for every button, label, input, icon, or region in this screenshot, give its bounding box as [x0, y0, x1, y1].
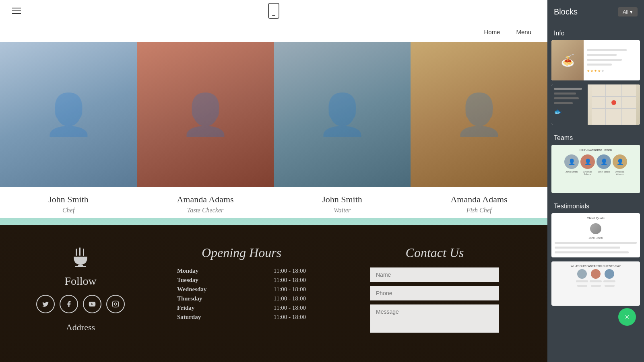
- sidebar-section-testimonials: Testimonials: [547, 197, 644, 213]
- nav-bar: Home Menu: [0, 22, 547, 42]
- svg-rect-0: [76, 249, 77, 256]
- map-text-1: [554, 88, 582, 90]
- team-card-0[interactable]: 👤 John Smith Chef: [0, 42, 137, 218]
- footer-content: Follow Address: [0, 225, 547, 362]
- follow-column: Follow Address: [16, 237, 145, 350]
- map-svg: [588, 84, 640, 125]
- team-preview-avatar-0: 👤: [564, 154, 579, 169]
- hours-row-4: Friday 11:00 - 18:00: [177, 304, 306, 311]
- hours-day-1: Tuesday: [177, 277, 198, 284]
- info-line-3: [587, 59, 622, 61]
- card-role-3: Fish Chef: [415, 207, 543, 214]
- hours-day-3: Thursday: [177, 295, 202, 302]
- team-label-1: Amanda Adams: [580, 171, 595, 175]
- card-role-1: Taste Checker: [141, 207, 270, 214]
- test-line-1: [590, 280, 602, 282]
- info-line-4: [587, 64, 612, 66]
- svg-rect-3: [78, 265, 83, 266]
- message-input[interactable]: [370, 304, 499, 333]
- map-text-3: [554, 97, 579, 99]
- close-button[interactable]: ×: [618, 308, 636, 326]
- hours-day-5: Saturday: [177, 314, 201, 321]
- sidebar-block-testimonials-2[interactable]: WHAT OUR FANTASTIC CLIENTS SAY: [551, 261, 640, 306]
- card-info-0: John Smith Chef: [0, 187, 137, 218]
- top-bar: [0, 0, 547, 22]
- info-stars: ★ ★ ★ ★ ★: [587, 69, 637, 73]
- card-info-1: Amanda Adams Taste Checker: [137, 187, 274, 218]
- phone-input[interactable]: [370, 286, 499, 300]
- team-card-image-2: 👤: [274, 42, 411, 187]
- facebook-button[interactable]: [60, 295, 78, 313]
- sidebar-block-teams[interactable]: Our Awesome Team 👤 👤 👤 👤 John Smith Aman…: [551, 145, 640, 193]
- sidebar-block-testimonials-1[interactable]: Client Quote John Smith: [551, 213, 640, 257]
- all-filter-button[interactable]: All ▾: [618, 7, 638, 16]
- map-text-2: [554, 93, 576, 95]
- social-icons-row: [36, 295, 125, 313]
- star-3: ★: [594, 69, 597, 73]
- team-silhouette-2: 👤: [274, 42, 411, 187]
- sidebar: Blocks All ▾ Info 🍝 ★ ★ ★ ★ ★: [547, 0, 644, 362]
- name-input[interactable]: [370, 267, 499, 282]
- card-name-1: Amanda Adams: [141, 194, 270, 205]
- map-text-4: [554, 102, 573, 104]
- test-avatar-1: [591, 269, 601, 279]
- nav-menu[interactable]: Menu: [516, 29, 531, 35]
- test-line-0b: [577, 285, 587, 287]
- card-name-0: John Smith: [4, 194, 133, 205]
- main-content: Home Menu 👤 John Smith Chef 👤: [0, 0, 547, 362]
- test-avatar-0: [577, 269, 587, 279]
- fantastic-clients-title: WHAT OUR FANTASTIC CLIENTS SAY: [555, 265, 637, 267]
- testimonials-block-1: Client Quote John Smith: [551, 213, 640, 257]
- info-line-2: [587, 54, 617, 56]
- instagram-button[interactable]: [106, 295, 125, 313]
- hours-time-4: 11:00 - 18:00: [274, 304, 306, 311]
- teams-block-title: Our Awesome Team: [555, 148, 637, 152]
- testimonials-row: [555, 269, 637, 288]
- teams-names: John Smith Amanda Adams John Smith Amand…: [555, 171, 637, 175]
- tline-3: [555, 251, 629, 253]
- info-block-text: ★ ★ ★ ★ ★: [584, 40, 640, 80]
- fish-image-preview: 🐟: [554, 108, 585, 115]
- testimonial-lines: [555, 241, 637, 254]
- star-4: ★: [598, 69, 601, 73]
- hours-row-1: Tuesday 11:00 - 18:00: [177, 277, 306, 284]
- sidebar-section-teams: Teams: [547, 129, 644, 145]
- info-block-food-image: 🍝: [551, 40, 584, 80]
- restaurant-logo-icon: [68, 245, 94, 272]
- hours-time-0: 11:00 - 18:00: [274, 267, 306, 274]
- nav-home[interactable]: Home: [484, 29, 500, 35]
- team-preview-avatar-3: 👤: [613, 154, 627, 169]
- team-preview-avatar-2: 👤: [597, 154, 611, 169]
- contact-form: [370, 267, 499, 333]
- sidebar-block-info-restaurant[interactable]: 🍝 ★ ★ ★ ★ ★: [551, 40, 640, 80]
- test-avatar-2: [605, 269, 614, 279]
- teams-block-content: Our Awesome Team 👤 👤 👤 👤 John Smith Aman…: [551, 145, 640, 193]
- team-card-image-0: 👤: [0, 42, 137, 187]
- hours-time-1: 11:00 - 18:00: [274, 277, 306, 284]
- contact-column: Contact Us: [338, 237, 531, 350]
- star-2: ★: [590, 69, 593, 73]
- team-section: 👤 John Smith Chef 👤 Amanda Adams Taste C…: [0, 42, 547, 225]
- team-card-3[interactable]: 👤 Amanda Adams Fish Chef: [411, 42, 547, 218]
- info-line-1: [587, 49, 627, 51]
- team-card-image-1: 👤: [137, 42, 274, 187]
- hamburger-menu[interactable]: [12, 8, 21, 14]
- sidebar-header: Blocks All ▾: [547, 0, 644, 24]
- team-card-2[interactable]: 👤 John Smith Waiter: [274, 42, 411, 218]
- hours-row-5: Saturday 11:00 - 18:00: [177, 314, 306, 321]
- twitter-button[interactable]: [36, 295, 55, 313]
- test-line-1b: [591, 285, 601, 287]
- youtube-button[interactable]: [83, 295, 101, 313]
- team-label-0: John Smith: [564, 171, 579, 175]
- testimonials-block-2: WHAT OUR FANTASTIC CLIENTS SAY: [551, 261, 640, 306]
- teal-background: [0, 218, 547, 225]
- team-silhouette-0: 👤: [0, 42, 137, 187]
- phone-preview-icon: [268, 3, 279, 19]
- info-block-map-area: [588, 84, 640, 125]
- svg-rect-4: [75, 266, 86, 267]
- card-role-0: Chef: [4, 207, 133, 214]
- sidebar-title: Blocks: [554, 7, 578, 16]
- address-title: Address: [66, 322, 95, 333]
- sidebar-block-info-map[interactable]: 🐟: [551, 84, 640, 125]
- team-card-1[interactable]: 👤 Amanda Adams Taste Checker: [137, 42, 274, 218]
